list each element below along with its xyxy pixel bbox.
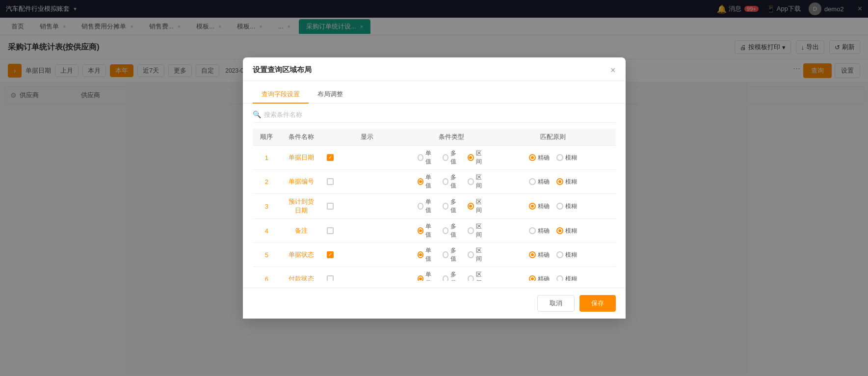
row-display-checkbox[interactable]	[322, 170, 413, 194]
type-radio-group: 单值多值区间	[418, 246, 486, 263]
radio-item[interactable]: 区间	[468, 222, 486, 239]
radio-circle	[418, 154, 424, 161]
row-display-checkbox[interactable]	[322, 243, 413, 267]
match-radio-item[interactable]: 模糊	[556, 154, 577, 162]
match-radio-label: 精确	[538, 251, 550, 259]
modal-header: 设置查询区域布局 ×	[243, 57, 626, 81]
radio-item[interactable]: 区间	[468, 149, 486, 166]
radio-item[interactable]: 区间	[468, 246, 486, 263]
match-radio-group: 精确模糊	[496, 251, 610, 259]
radio-circle	[443, 227, 449, 234]
type-radio-group: 单值多值区间	[418, 149, 486, 166]
radio-item[interactable]: 多值	[443, 173, 461, 190]
type-radio-group: 单值多值区间	[418, 198, 486, 215]
radio-label: 单值	[425, 173, 436, 190]
match-radio-item[interactable]: 模糊	[556, 275, 577, 281]
radio-item[interactable]: 单值	[418, 173, 436, 190]
row-name: 备注	[281, 219, 321, 243]
match-radio-item[interactable]: 精确	[529, 178, 550, 186]
th-name: 条件名称	[281, 129, 321, 146]
match-radio-item[interactable]: 精确	[529, 275, 550, 281]
modal-overlay: 设置查询区域布局 × 查询字段设置 布局调整 🔍	[0, 0, 868, 376]
match-radio-item[interactable]: 精确	[529, 251, 550, 259]
search-bar: 🔍	[253, 110, 616, 123]
radio-circle	[443, 203, 449, 210]
row-type: 单值多值区间	[413, 219, 491, 243]
th-type: 条件类型	[413, 129, 491, 146]
radio-label: 多值	[450, 149, 461, 166]
row-type: 单值多值区间	[413, 194, 491, 219]
match-radio-circle	[556, 275, 563, 281]
radio-item[interactable]: 多值	[443, 270, 461, 281]
radio-circle	[443, 275, 449, 281]
radio-circle	[468, 178, 474, 185]
match-radio-label: 模糊	[565, 202, 577, 211]
match-radio-circle	[556, 227, 563, 234]
radio-circle	[418, 227, 424, 234]
radio-item[interactable]: 区间	[468, 270, 486, 281]
match-radio-item[interactable]: 模糊	[556, 251, 577, 259]
row-match: 精确模糊	[491, 194, 615, 219]
radio-item[interactable]: 多值	[443, 198, 461, 215]
row-order: 3	[253, 194, 281, 219]
radio-item[interactable]: 单值	[418, 149, 436, 166]
match-radio-item[interactable]: 精确	[529, 154, 550, 162]
radio-item[interactable]: 单值	[418, 246, 436, 263]
checkbox[interactable]	[327, 227, 334, 234]
row-display-checkbox[interactable]	[322, 194, 413, 219]
radio-label: 区间	[476, 246, 486, 263]
match-radio-label: 精确	[538, 202, 550, 211]
match-radio-label: 模糊	[565, 154, 577, 162]
radio-item[interactable]: 多值	[443, 246, 461, 263]
checkbox[interactable]	[327, 251, 334, 258]
radio-circle	[443, 178, 449, 185]
radio-item[interactable]: 多值	[443, 149, 461, 166]
radio-label: 单值	[425, 149, 436, 166]
table-row: 5单据状态单值多值区间精确模糊	[253, 243, 616, 267]
radio-item[interactable]: 单值	[418, 222, 436, 239]
match-radio-item[interactable]: 模糊	[556, 178, 577, 186]
row-order: 6	[253, 267, 281, 281]
checkbox[interactable]	[327, 203, 334, 210]
checkbox[interactable]	[327, 178, 334, 185]
radio-item[interactable]: 区间	[468, 198, 486, 215]
radio-item[interactable]: 单值	[418, 198, 436, 215]
match-radio-group: 精确模糊	[496, 202, 610, 211]
modal-close-button[interactable]: ×	[610, 66, 616, 75]
match-radio-item[interactable]: 模糊	[556, 227, 577, 235]
match-radio-circle	[529, 178, 536, 185]
radio-circle	[418, 275, 424, 281]
match-radio-item[interactable]: 模糊	[556, 202, 577, 211]
radio-label: 区间	[476, 222, 486, 239]
match-radio-item[interactable]: 精确	[529, 202, 550, 211]
search-input[interactable]	[264, 111, 372, 118]
table-header: 顺序 条件名称 显示 条件类型 匹配原则	[253, 129, 616, 146]
row-match: 精确模糊	[491, 219, 615, 243]
row-order: 2	[253, 170, 281, 194]
match-radio-item[interactable]: 精确	[529, 227, 550, 235]
row-display-checkbox[interactable]	[322, 267, 413, 281]
row-name: 预计到货日期	[281, 194, 321, 219]
th-order: 顺序	[253, 129, 281, 146]
radio-item[interactable]: 区间	[468, 173, 486, 190]
match-radio-label: 精确	[538, 227, 550, 235]
match-radio-label: 模糊	[565, 251, 577, 259]
row-order: 1	[253, 146, 281, 170]
row-display-checkbox[interactable]	[322, 146, 413, 170]
radio-item[interactable]: 多值	[443, 222, 461, 239]
match-radio-group: 精确模糊	[496, 178, 610, 186]
checkbox[interactable]	[327, 275, 334, 281]
checkbox[interactable]	[327, 154, 334, 161]
modal-tab-field-settings[interactable]: 查询字段设置	[253, 86, 309, 104]
modal-tab-layout[interactable]: 布局调整	[309, 86, 352, 104]
match-radio-circle	[529, 227, 536, 234]
match-radio-label: 模糊	[565, 275, 577, 281]
match-radio-circle	[529, 275, 536, 281]
radio-item[interactable]: 单值	[418, 270, 436, 281]
cancel-button[interactable]: 取消	[537, 295, 575, 312]
type-radio-group: 单值多值区间	[418, 173, 486, 190]
row-display-checkbox[interactable]	[322, 219, 413, 243]
match-radio-circle	[556, 154, 563, 161]
match-radio-circle	[556, 203, 563, 210]
save-button[interactable]: 保存	[579, 295, 616, 312]
